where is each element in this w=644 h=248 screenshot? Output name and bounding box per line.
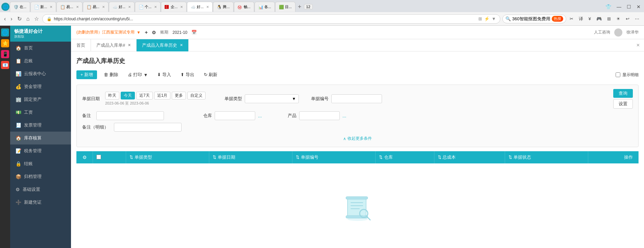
tab-2[interactable]: 📄 新... ✕ xyxy=(30,2,56,12)
user-service-btn[interactable]: 人工咨询 xyxy=(594,29,610,35)
tab-12[interactable]: 🟩 目... xyxy=(275,2,295,12)
table-col-status[interactable]: ⇅ 单据状态 xyxy=(505,151,588,163)
refresh-btn[interactable]: ↻ 刷新 xyxy=(201,71,220,78)
query-btn[interactable]: 查询 xyxy=(613,89,633,98)
yuan-btn[interactable]: ¥ xyxy=(587,16,593,22)
more-date-btn[interactable]: 更多 xyxy=(172,92,186,99)
tab-7-close[interactable]: ✕ xyxy=(180,5,183,9)
sidebar-item-salary[interactable]: 💵 工资 xyxy=(10,106,71,119)
tab-5-close[interactable]: ✕ xyxy=(128,5,131,9)
product-input[interactable] xyxy=(299,111,340,120)
tab-9[interactable]: 🐧 腾... xyxy=(213,2,233,12)
sidebar-item-asset[interactable]: 🏢 固定资产 xyxy=(10,93,71,106)
forward-btn[interactable]: › xyxy=(9,16,14,22)
url-box[interactable]: 🔒 https://cloud.chanjet.com/accounting/u… xyxy=(42,14,500,24)
sidebar-item-invoice[interactable]: 🧾 发票管理 xyxy=(10,119,71,132)
table-gear-btn[interactable]: ⚙ xyxy=(80,153,89,162)
table-col-date[interactable]: ⇅ 单据日期 xyxy=(209,151,292,163)
print-btn[interactable]: 🖨 打印 ▼ xyxy=(125,71,151,78)
tab-browser-icon[interactable]: 🌐 xyxy=(1,3,9,11)
back-btn[interactable]: ‹ xyxy=(3,16,7,22)
sidebar-item-basic[interactable]: ⚙ 基础设置 xyxy=(10,183,71,196)
table-col-voucher-type[interactable]: ⇅ 单据类型 xyxy=(126,151,209,163)
tab-10[interactable]: Ⓜ 畅... xyxy=(234,2,254,12)
translate-btn[interactable]: 译 xyxy=(577,15,585,23)
apps-btn[interactable]: ⊞ xyxy=(605,16,613,22)
sidebar-item-new-voucher[interactable]: ➕ 新建凭证 xyxy=(10,196,71,209)
tab-page-list-close[interactable]: ✕ xyxy=(128,43,131,47)
collapse-btn[interactable]: ∧ 收起更多条件 xyxy=(82,134,633,143)
minimize-btn[interactable]: — xyxy=(615,4,623,9)
voucher-no-input[interactable] xyxy=(331,94,382,103)
voucher-type-select[interactable]: ▼ xyxy=(245,94,299,103)
note-input[interactable] xyxy=(96,111,164,120)
tab-4[interactable]: 📋 易... ✕ xyxy=(83,2,109,12)
sidebar-item-report[interactable]: 📊 云报表中心 xyxy=(10,67,71,80)
table-select-all-checkbox[interactable] xyxy=(96,155,101,159)
tab-4-close[interactable]: ✕ xyxy=(102,5,105,9)
custom-date-btn[interactable]: 自定义 xyxy=(187,92,206,99)
bookmark-btn[interactable]: ☆ xyxy=(33,16,40,22)
tab-6[interactable]: 📄 个... ✕ xyxy=(135,2,161,12)
product-ellipsis-btn[interactable]: ... xyxy=(342,113,347,118)
tab-8[interactable]: ☁️ 好... ✕ xyxy=(187,2,213,12)
sidebar-item-fund[interactable]: 💰 资金管理 xyxy=(10,80,71,93)
panel-close-icon[interactable]: ✕ xyxy=(632,43,644,48)
refresh-nav-btn[interactable]: ↻ xyxy=(16,16,23,22)
chanjet-logo[interactable]: 🌐 xyxy=(1,28,9,37)
home-nav-btn[interactable]: ⌂ xyxy=(25,16,31,22)
game-btn[interactable]: 🎮 xyxy=(594,16,604,22)
more-btn[interactable]: ⋯ xyxy=(633,16,641,22)
icon-sidebar-item-3[interactable]: 📧 xyxy=(1,61,9,69)
new-tab-button[interactable]: + xyxy=(296,3,304,10)
tab-8-close[interactable]: ✕ xyxy=(206,5,209,9)
tab-3-close[interactable]: ✕ xyxy=(76,5,79,9)
add-period-btn[interactable]: + xyxy=(145,29,148,36)
table-gear-col[interactable]: ⚙ xyxy=(76,151,93,163)
sidebar-item-archive[interactable]: 📦 归档管理 xyxy=(10,170,71,183)
table-col-total-cost[interactable]: ⇅ 总成本 xyxy=(434,151,505,163)
filter-settings-btn[interactable]: 设置 xyxy=(613,99,633,109)
icon-sidebar-item-1[interactable]: ⭐ xyxy=(1,39,9,47)
warehouse-ellipsis-btn[interactable]: ... xyxy=(258,113,262,118)
close-btn[interactable]: ✕ xyxy=(635,4,643,9)
delete-btn[interactable]: 🗑 删除 xyxy=(101,71,121,78)
1month-btn[interactable]: 近1月 xyxy=(154,92,171,99)
add-btn[interactable]: + 新增 xyxy=(76,70,97,79)
sidebar-item-home[interactable]: 🏠 首页 xyxy=(10,42,71,54)
sidebar-item-ledger[interactable]: 📋 总账 xyxy=(10,54,71,67)
7days-btn[interactable]: 近7天 xyxy=(136,92,153,99)
warehouse-input[interactable] xyxy=(215,111,255,120)
undo-btn[interactable]: ↩ xyxy=(624,16,631,22)
tab-7[interactable]: 🅲 企... ✕ xyxy=(161,2,187,12)
search-box[interactable]: 🔍 360智能抠图免费用 热搜 xyxy=(502,15,566,23)
tab-1[interactable]: 🛡️ 在... xyxy=(10,2,30,12)
tab-page-home[interactable]: 首页 xyxy=(71,39,91,51)
tab-2-close[interactable]: ✕ xyxy=(50,5,52,9)
tab-5[interactable]: ☁️ 好... ✕ xyxy=(109,2,135,12)
sidebar-item-tax[interactable]: 📝 税务管理 xyxy=(10,144,71,157)
tab-page-history[interactable]: 产成品入库单历史 ✕ xyxy=(137,39,189,51)
today-btn[interactable]: 今天 xyxy=(121,92,135,99)
tab-6-close[interactable]: ✕ xyxy=(154,5,157,9)
theme-btn[interactable]: ☀ xyxy=(614,16,622,22)
tab-page-list[interactable]: 产成品入库单# ✕ xyxy=(91,39,137,51)
note-detail-input[interactable] xyxy=(114,123,182,132)
show-detail-checkbox[interactable] xyxy=(616,72,620,77)
maximize-btn[interactable]: ☐ xyxy=(625,4,633,9)
tab-page-history-close[interactable]: ✕ xyxy=(180,43,183,47)
scissors-btn[interactable]: ✂ xyxy=(568,16,575,22)
icon-sidebar-item-2[interactable]: 📱 xyxy=(1,50,9,58)
tab-3[interactable]: 📋 易... ✕ xyxy=(56,2,82,12)
user-name[interactable]: 徐泽华 xyxy=(626,29,639,35)
shirt-icon-btn[interactable]: 👕 xyxy=(603,4,613,9)
table-col-no[interactable]: ⇅ 单据编号 xyxy=(292,151,376,163)
sidebar-item-inventory[interactable]: 🏠 库存核算 xyxy=(10,132,71,144)
table-col-warehouse[interactable]: ⇅ 仓库 xyxy=(376,151,434,163)
yesterday-btn[interactable]: 昨天 xyxy=(105,92,119,99)
tab-11[interactable]: 📊 各... xyxy=(255,2,275,12)
export-btn[interactable]: ⬆ 导出 xyxy=(178,71,197,78)
calendar-icon[interactable]: 📅 xyxy=(191,30,197,35)
period-value[interactable]: 2021-10 xyxy=(172,30,187,35)
import-btn[interactable]: ⬇ 导入 xyxy=(154,71,174,78)
